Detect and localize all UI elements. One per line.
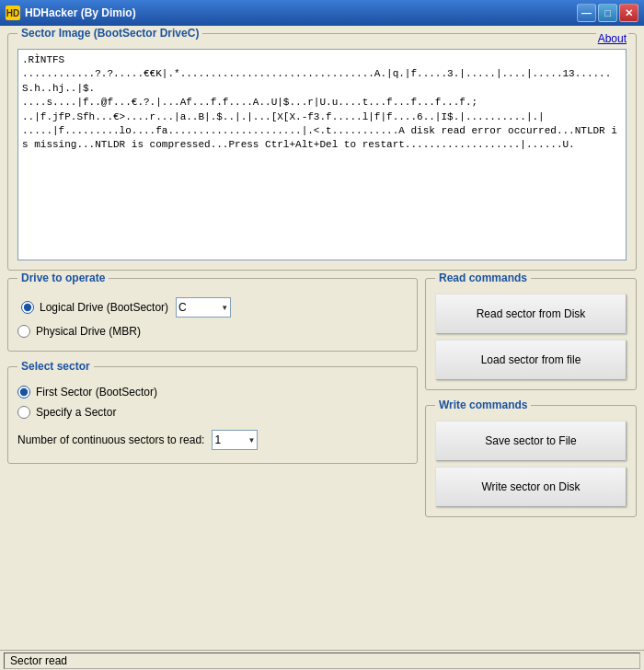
close-button[interactable]: ✕: [619, 4, 638, 22]
first-sector-label: First Sector (BootSector): [36, 386, 157, 399]
specify-sector-label: Specify a Sector: [36, 406, 116, 419]
write-commands-title: Write commands: [435, 399, 531, 411]
specify-sector-radio[interactable]: [17, 406, 30, 419]
read-commands-title: Read commands: [435, 271, 531, 284]
minimize-button[interactable]: —: [577, 4, 596, 22]
titlebar: HD HDHacker (By Dimio) — □ ✕: [0, 0, 644, 26]
logical-drive-radio[interactable]: [21, 301, 34, 314]
window-content: Sector Image (BootSector DriveC) About .…: [0, 26, 644, 650]
drive-select[interactable]: C D E F: [176, 297, 231, 318]
about-link[interactable]: About: [596, 32, 628, 45]
sector-image-title: Sector Image (BootSector DriveC): [17, 27, 202, 40]
lower-panels: Drive to operate Logical Drive (BootSect…: [7, 278, 637, 525]
continuous-label: Number of continuous sectors to read:: [17, 433, 204, 446]
drive-select-wrapper: C D E F: [176, 297, 231, 318]
statusbar-text: Sector read: [10, 654, 67, 667]
drive-radio-group: Logical Drive (BootSector) C D E F: [17, 294, 408, 341]
statusbar: Sector read: [0, 650, 644, 670]
logical-drive-row: Logical Drive (BootSector) C D E F: [17, 297, 408, 318]
physical-drive-label: Physical Drive (MBR): [36, 325, 141, 338]
read-cmd-group: Read sector from Disk Load sector from f…: [435, 294, 627, 380]
read-commands-group: Read commands Read sector from Disk Load…: [425, 278, 637, 390]
physical-drive-option[interactable]: Physical Drive (MBR): [17, 325, 408, 338]
titlebar-title: HDHacker (By Dimio): [25, 6, 577, 19]
sector-radio-group: First Sector (BootSector) Specify a Sect…: [17, 382, 408, 454]
specify-sector-option[interactable]: Specify a Sector: [17, 406, 408, 419]
select-sector-group: Select sector First Sector (BootSector) …: [7, 366, 418, 464]
statusbar-panel: Sector read: [4, 653, 640, 669]
titlebar-buttons: — □ ✕: [577, 4, 638, 22]
save-sector-file-button[interactable]: Save sector to File: [435, 421, 627, 461]
physical-drive-radio[interactable]: [17, 325, 30, 338]
read-sector-disk-button[interactable]: Read sector from Disk: [435, 294, 627, 334]
sector-count-wrapper: 1 2 3 4 5: [212, 430, 258, 450]
drive-group: Drive to operate Logical Drive (BootSect…: [7, 278, 418, 352]
app-icon: HD: [6, 6, 20, 20]
left-panels: Drive to operate Logical Drive (BootSect…: [7, 278, 418, 525]
drive-group-title: Drive to operate: [17, 271, 109, 284]
logical-drive-label: Logical Drive (BootSector): [40, 301, 168, 314]
first-sector-radio[interactable]: [17, 386, 30, 399]
write-cmd-group: Save sector to File Write sector on Disk: [435, 421, 627, 507]
app-icon-text: HD: [6, 8, 19, 18]
load-sector-file-button[interactable]: Load sector from file: [435, 340, 627, 380]
write-sector-disk-button[interactable]: Write sector on Disk: [435, 467, 627, 507]
continuous-sectors-row: Number of continuous sectors to read: 1 …: [17, 430, 408, 450]
sector-count-select[interactable]: 1 2 3 4 5: [212, 430, 258, 450]
logical-drive-option[interactable]: Logical Drive (BootSector): [21, 301, 168, 314]
write-commands-group: Write commands Save sector to File Write…: [425, 405, 637, 517]
sector-display[interactable]: .RÌNTFS ............?.?.....€€K|.*......…: [17, 49, 627, 260]
select-sector-title: Select sector: [17, 360, 94, 373]
maximize-button[interactable]: □: [598, 4, 617, 22]
sector-image-group: Sector Image (BootSector DriveC) About .…: [7, 33, 637, 271]
first-sector-option[interactable]: First Sector (BootSector): [17, 386, 408, 399]
right-panels: Read commands Read sector from Disk Load…: [425, 278, 637, 525]
